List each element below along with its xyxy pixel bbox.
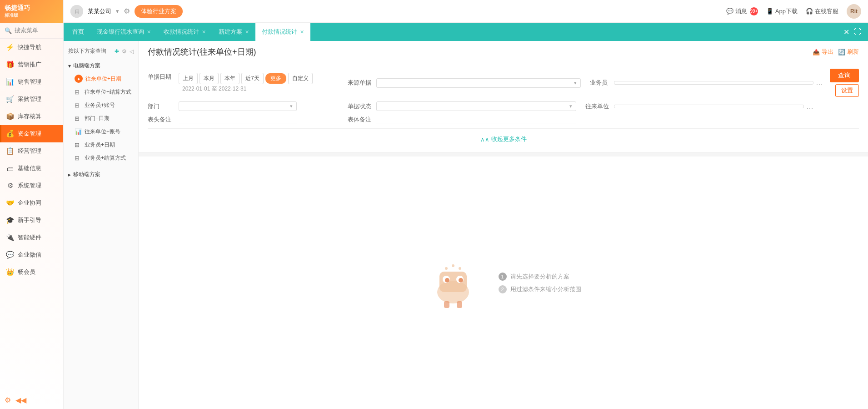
scheme-item-staff-date[interactable]: ⊞ 业务员+日期 bbox=[64, 138, 138, 151]
scheme-add-icon[interactable]: ✚ bbox=[115, 48, 119, 55]
unit-select[interactable] bbox=[614, 105, 804, 108]
empty-hints: 1 请先选择要分析的方案 2 用过滤条件来缩小分析范围 bbox=[499, 273, 581, 293]
head-note-input[interactable] bbox=[179, 116, 297, 123]
svg-rect-3 bbox=[439, 272, 467, 292]
user-avatar[interactable]: Rit bbox=[847, 4, 861, 19]
date-btn-this-month[interactable]: 本月 bbox=[200, 73, 219, 84]
date-btn-7days[interactable]: 近7天 bbox=[241, 73, 264, 84]
export-button[interactable]: 📤 导出 bbox=[813, 48, 833, 56]
collapse-button[interactable]: ∧∧ 收起更多条件 bbox=[480, 131, 527, 147]
scheme-item-staff-settle[interactable]: ⊞ 业务员+结算方式 bbox=[64, 151, 138, 165]
tab-expand-icon[interactable]: ⛶ bbox=[854, 28, 861, 36]
dept-select[interactable]: ▾ bbox=[179, 101, 297, 111]
tab-new-close[interactable]: ✕ bbox=[245, 29, 249, 35]
tab-new[interactable]: 新建方案 ✕ bbox=[212, 23, 255, 41]
scheme-sidebar-header: 按以下方案查询 ✚ ⚙ ◁ bbox=[64, 45, 138, 58]
scheme-item-dept-date[interactable]: ⊞ 部门+日期 bbox=[64, 112, 138, 125]
sidebar-search-item[interactable]: 🔍 搜索菜单 bbox=[0, 23, 63, 39]
sidebar-item-xinshou[interactable]: 🎓 新手引导 bbox=[0, 212, 63, 229]
member-icon: 👑 bbox=[6, 268, 14, 276]
tab-home[interactable]: 首页 bbox=[66, 23, 90, 41]
date-btn-custom[interactable]: 自定义 bbox=[288, 73, 313, 84]
staff-more-icon[interactable]: … bbox=[816, 79, 823, 87]
unit-more-icon[interactable]: … bbox=[806, 102, 813, 111]
scheme-item-label: 业务员+日期 bbox=[85, 141, 115, 149]
tab-bank-close[interactable]: ✕ bbox=[147, 29, 151, 35]
sidebar-item-kuaijie[interactable]: ⚡ 快捷导航 bbox=[0, 39, 63, 56]
unit-label: 往来单位 bbox=[585, 102, 610, 111]
scheme-settings-icon[interactable]: ⚙ bbox=[122, 48, 127, 55]
svg-point-6 bbox=[445, 278, 449, 283]
scheme-item-unit-account[interactable]: 📊 往来单位+账号 bbox=[64, 125, 138, 138]
sidebar-item-zijin[interactable]: 💰 资金管理 bbox=[0, 125, 63, 142]
database-icon: 🗃 bbox=[6, 164, 14, 172]
sidebar-item-jichu[interactable]: 🗃 基础信息 bbox=[0, 160, 63, 177]
topbar-messages[interactable]: 💬 消息 99+ bbox=[726, 7, 758, 15]
topbar-company[interactable]: 某某公司 bbox=[88, 7, 111, 15]
page-title: 付款情况统计(往来单位+日期) bbox=[148, 46, 256, 57]
svg-point-8 bbox=[445, 267, 448, 270]
messages-badge: 99+ bbox=[750, 7, 758, 15]
scheme-item-grid-icon: ⊞ bbox=[75, 89, 82, 96]
tab-close-all-icon[interactable]: ✕ bbox=[843, 28, 849, 36]
headset-icon: 🎧 bbox=[806, 8, 813, 15]
date-btn-more[interactable]: 更多 bbox=[265, 73, 286, 84]
sidebar-item-yingxiao[interactable]: 🎁 营销推广 bbox=[0, 56, 63, 73]
sidebar-item-zhineng[interactable]: 🔌 智能硬件 bbox=[0, 229, 63, 246]
topbar-gear-icon[interactable]: ⚙ bbox=[124, 7, 130, 15]
query-button[interactable]: 查询 bbox=[830, 69, 859, 82]
svg-text:用: 用 bbox=[75, 9, 80, 15]
tab-bank[interactable]: 现金银行流水查询 ✕ bbox=[90, 23, 157, 41]
scheme-header-icons: ✚ ⚙ ◁ bbox=[115, 48, 134, 55]
scheme-item-staff-account[interactable]: ⊞ 业务员+账号 bbox=[64, 99, 138, 112]
status-label: 单据状态 bbox=[348, 102, 373, 111]
sidebar-item-kucun[interactable]: 📦 库存核算 bbox=[0, 108, 63, 125]
sidebar-item-xitong[interactable]: ⚙ 系统管理 bbox=[0, 177, 63, 194]
date-btn-last-month[interactable]: 上月 bbox=[179, 73, 198, 84]
scheme-item-grid-icon4: ⊞ bbox=[75, 141, 82, 148]
tab-home-label: 首页 bbox=[72, 28, 84, 36]
trial-button[interactable]: 体验行业方案 bbox=[135, 5, 183, 18]
scheme-section-pc-header[interactable]: ▾ 电脑端方案 bbox=[64, 60, 138, 72]
filter-row-3: 表头备注 表体备注 bbox=[148, 116, 859, 124]
scheme-section-mobile-header[interactable]: ▸ 移动端方案 bbox=[64, 168, 138, 181]
filter-area: 单据日期 上月 本月 本年 近7天 更多 自定义 2022-01-01 至 20… bbox=[139, 63, 868, 153]
refresh-button[interactable]: 🔄 刷新 bbox=[838, 48, 859, 56]
body-note-input[interactable] bbox=[376, 116, 576, 123]
topbar-dropdown-icon[interactable]: ▾ bbox=[116, 8, 119, 15]
topbar-online-service[interactable]: 🎧 在线客服 bbox=[806, 7, 838, 15]
scheme-collapse-icon[interactable]: ◁ bbox=[130, 48, 134, 55]
page: 按以下方案查询 ✚ ⚙ ◁ ▾ 电脑端方案 ● 往来单位+日期 ⊞ bbox=[64, 41, 868, 409]
empty-illustration bbox=[426, 256, 480, 310]
scheme-item-unit-settle[interactable]: ⊞ 往来单位+结算方式 bbox=[64, 86, 138, 99]
scheme-item-grid-icon3: ⊞ bbox=[75, 115, 82, 122]
flash-icon: ⚡ bbox=[6, 43, 14, 51]
tab-payment-close[interactable]: ✕ bbox=[300, 29, 304, 35]
chevron-down-icon: ▾ bbox=[68, 63, 71, 69]
tab-payment[interactable]: 付款情况统计 ✕ bbox=[255, 23, 310, 41]
sidebar-settings-icon[interactable]: ⚙ bbox=[5, 396, 11, 404]
sidebar-collapse-icon[interactable]: ◀◀ bbox=[15, 396, 26, 404]
sidebar-item-qiye[interactable]: 🤝 企业协同 bbox=[0, 194, 63, 212]
sidebar-item-qiyewei[interactable]: 💬 企业微信 bbox=[0, 246, 63, 263]
source-select[interactable]: ▾ bbox=[376, 78, 581, 88]
scheme-item-unit-date[interactable]: ● 往来单位+日期 bbox=[64, 72, 138, 86]
hint-number-2: 2 bbox=[499, 285, 507, 293]
sidebar-item-xiaoshou[interactable]: 📊 销售管理 bbox=[0, 73, 63, 91]
tab-receipts[interactable]: 收款情况统计 ✕ bbox=[157, 23, 212, 41]
status-select[interactable]: ▾ bbox=[376, 101, 576, 111]
tab-receipts-close[interactable]: ✕ bbox=[202, 29, 206, 35]
hint-number-1: 1 bbox=[499, 273, 507, 281]
source-dropdown-icon: ▾ bbox=[574, 80, 577, 86]
filter-row-1: 单据日期 上月 本月 本年 近7天 更多 自定义 2022-01-01 至 20… bbox=[148, 69, 859, 97]
sidebar-item-changhui[interactable]: 👑 畅会员 bbox=[0, 263, 63, 281]
sidebar-item-label: 系统管理 bbox=[18, 182, 41, 190]
sidebar-item-jingying[interactable]: 📋 经营管理 bbox=[0, 142, 63, 160]
settings-icon: ⚙ bbox=[6, 182, 14, 190]
page-header-actions: 📤 导出 🔄 刷新 bbox=[813, 48, 859, 56]
topbar-app-download[interactable]: 📱 App下载 bbox=[766, 7, 798, 15]
settings-button[interactable]: 设置 bbox=[835, 84, 859, 97]
date-btn-this-year[interactable]: 本年 bbox=[220, 73, 239, 84]
sidebar-item-caigou[interactable]: 🛒 采购管理 bbox=[0, 91, 63, 108]
staff-select[interactable] bbox=[614, 81, 813, 85]
